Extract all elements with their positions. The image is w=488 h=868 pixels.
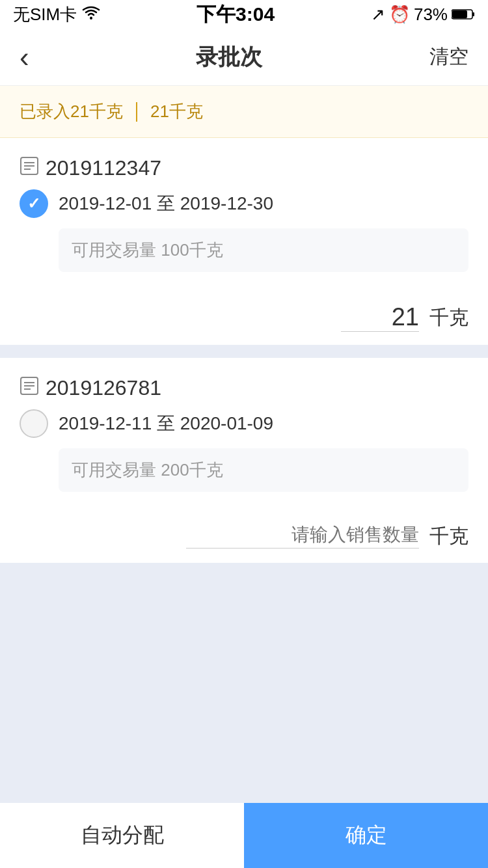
battery-percent: 73%: [414, 5, 448, 25]
batch1-quantity-value: 21: [392, 303, 419, 331]
sim-label: 无SIM卡: [13, 3, 77, 26]
batch1-date: 2019-12-01 至 2019-12-30: [59, 191, 273, 216]
batch1-unit: 千克: [429, 305, 468, 331]
batch2-input-row: 千克: [0, 510, 488, 563]
batch2-date-row: 2019-12-11 至 2020-01-09: [20, 409, 468, 438]
batch2-item: 2019126781 2019-12-11 至 2020-01-09 可用交易量…: [0, 358, 488, 510]
status-left: 无SIM卡: [13, 3, 100, 26]
batch1-id: 2019112347: [46, 156, 161, 180]
clear-button[interactable]: 清空: [429, 44, 468, 70]
info-divider: [136, 102, 137, 122]
batch2-available: 可用交易量 200千克: [59, 448, 468, 492]
auto-distribute-button[interactable]: 自动分配: [0, 803, 244, 868]
batch1-header: 2019112347: [20, 156, 468, 180]
info-banner: 已录入21千克 21千克: [0, 86, 488, 138]
bottom-bar: 自动分配 确定: [0, 803, 488, 868]
batch1-quantity-row: 21 千克: [0, 290, 488, 345]
alarm-icon: ⏰: [389, 5, 410, 25]
batch1-available: 可用交易量 100千克: [59, 228, 468, 272]
batch1-radio[interactable]: [20, 189, 48, 218]
recorded-value: 21千克: [150, 100, 203, 123]
status-bar: 无SIM卡 下午3:04 ↗ ⏰ 73%: [0, 0, 488, 29]
location-icon: ↗: [371, 5, 385, 25]
nav-bar: ‹ 录批次 清空: [0, 29, 488, 86]
batch2-quantity-input[interactable]: [186, 524, 419, 545]
batch2-card: 2019126781 2019-12-11 至 2020-01-09 可用交易量…: [0, 358, 488, 563]
batch1-card: 2019112347 2019-12-01 至 2019-12-30 可用交易量…: [0, 138, 488, 345]
batch1-item: 2019112347 2019-12-01 至 2019-12-30 可用交易量…: [0, 138, 488, 290]
svg-rect-2: [472, 12, 474, 16]
batch2-date: 2019-12-11 至 2020-01-09: [59, 411, 273, 436]
batch2-radio[interactable]: [20, 409, 48, 438]
batch1-icon: [20, 156, 39, 180]
battery-icon: [452, 5, 475, 25]
status-right: ↗ ⏰ 73%: [371, 5, 475, 25]
batch2-unit: 千克: [429, 523, 468, 550]
section-separator: [0, 345, 488, 358]
batch2-input-container: [186, 524, 419, 549]
recorded-amount: 已录入21千克: [20, 100, 123, 123]
batch1-quantity-container: 21: [341, 303, 419, 332]
svg-point-0: [90, 17, 92, 20]
empty-area: [0, 563, 488, 823]
back-button[interactable]: ‹: [20, 41, 29, 74]
batch1-date-row: 2019-12-01 至 2019-12-30: [20, 189, 468, 218]
svg-rect-3: [452, 10, 467, 18]
batch2-icon: [20, 376, 39, 400]
confirm-button[interactable]: 确定: [244, 803, 488, 868]
batch2-id: 2019126781: [46, 376, 161, 400]
status-time: 下午3:04: [197, 1, 275, 28]
wifi-icon: [82, 5, 100, 25]
page-title: 录批次: [196, 42, 262, 72]
batch2-header: 2019126781: [20, 376, 468, 400]
